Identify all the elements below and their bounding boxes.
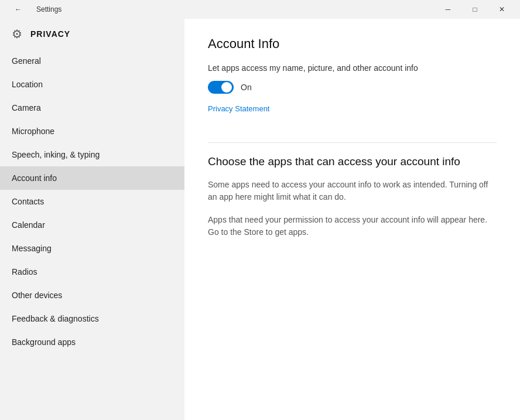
app-body: ⚙ PRIVACY GeneralLocationCameraMicrophon… — [0, 19, 520, 420]
sidebar-item-messaging[interactable]: Messaging — [0, 237, 184, 260]
minimize-button[interactable]: ─ — [435, 0, 461, 19]
sidebar-item-feedback[interactable]: Feedback & diagnostics — [0, 307, 184, 330]
back-button[interactable]: ← — [5, 0, 32, 19]
toggle-description: Let apps access my name, picture, and ot… — [208, 63, 497, 73]
maximize-button[interactable]: □ — [461, 0, 488, 19]
sidebar-item-speech[interactable]: Speech, inking, & typing — [0, 143, 184, 166]
nav-list: GeneralLocationCameraMicrophoneSpeech, i… — [0, 49, 184, 420]
section2-title: Choose the apps that can access your acc… — [208, 155, 497, 169]
sidebar-title: PRIVACY — [30, 29, 70, 39]
sidebar-item-radios[interactable]: Radios — [0, 260, 184, 284]
sidebar-item-contacts[interactable]: Contacts — [0, 190, 184, 213]
window-title: Settings — [36, 5, 61, 13]
sidebar-item-account-info[interactable]: Account info — [0, 166, 184, 190]
sidebar-item-calendar[interactable]: Calendar — [0, 213, 184, 237]
back-icon: ← — [15, 5, 22, 13]
info-text-2: Apps that need your permission to access… — [208, 214, 497, 238]
toggle-state-label: On — [241, 83, 252, 92]
sidebar: ⚙ PRIVACY GeneralLocationCameraMicrophon… — [0, 19, 184, 420]
sidebar-item-general[interactable]: General — [0, 49, 184, 73]
section1-title: Account Info — [208, 36, 497, 52]
account-info-toggle[interactable] — [208, 81, 234, 94]
sidebar-header: ⚙ PRIVACY — [0, 19, 184, 49]
close-button[interactable]: ✕ — [488, 0, 515, 19]
sidebar-item-location[interactable]: Location — [0, 73, 184, 96]
sidebar-item-microphone[interactable]: Microphone — [0, 119, 184, 143]
info-text-1: Some apps need to access your account in… — [208, 179, 497, 203]
section-divider — [208, 142, 497, 143]
sidebar-item-background-apps[interactable]: Background apps — [0, 330, 184, 354]
privacy-statement-link[interactable]: Privacy Statement — [208, 104, 270, 113]
sidebar-item-camera[interactable]: Camera — [0, 96, 184, 119]
title-bar: ← Settings ─ □ ✕ — [0, 0, 520, 19]
main-content: Account Info Let apps access my name, pi… — [184, 19, 520, 420]
sidebar-item-other-devices[interactable]: Other devices — [0, 284, 184, 307]
toggle-row: On — [208, 81, 497, 94]
privacy-icon: ⚙ — [12, 27, 22, 41]
window-controls: ─ □ ✕ — [435, 0, 515, 19]
